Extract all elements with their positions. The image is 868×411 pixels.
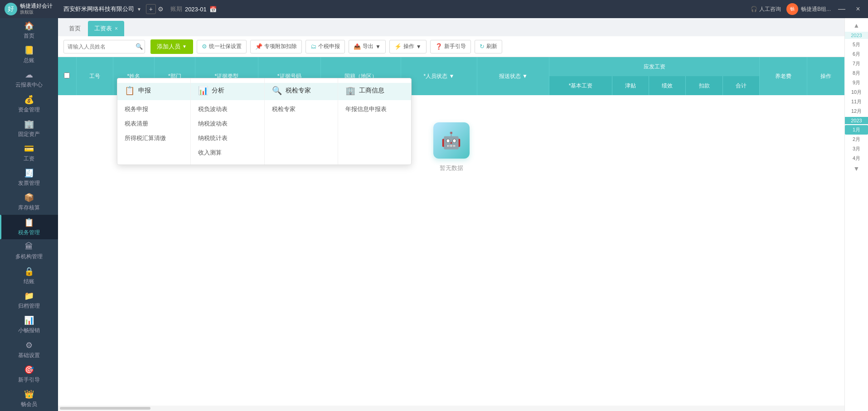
timeline-month-8[interactable]: 8月: [845, 68, 868, 78]
col-action: 操作: [807, 57, 844, 95]
tab-home[interactable]: 首页: [63, 21, 87, 36]
user-area[interactable]: 畅 畅捷通B组...: [786, 3, 831, 15]
sidebar-item-guide[interactable]: 🎯 新手引导: [0, 362, 58, 387]
tab-home-label: 首页: [69, 24, 81, 33]
timeline-month-11[interactable]: 11月: [845, 97, 868, 106]
timeline-next-button[interactable]: ▼: [845, 163, 868, 174]
sidebar-item-fund[interactable]: 💰 资金管理: [0, 92, 58, 116]
export-dropdown-icon: ▼: [375, 44, 381, 50]
timeline-month-9[interactable]: 9月: [845, 78, 868, 87]
guide-button[interactable]: ❓ 新手引导: [430, 40, 471, 53]
add-company-button[interactable]: +: [146, 4, 156, 14]
dropdown-section-declaration: 📋 申报 税务申报 税表清册 所得税汇算清缴: [117, 78, 190, 164]
sidebar-item-inventory[interactable]: 📦 库存核算: [0, 190, 58, 214]
operation-button[interactable]: ⚡ 操作 ▼: [389, 40, 427, 53]
guide-icon: 🎯: [24, 365, 34, 375]
timeline-year-current: 2023: [845, 117, 868, 124]
ledger-icon: 📒: [24, 45, 34, 55]
social-insurance-button[interactable]: ⚙ 统一社保设置: [197, 40, 247, 53]
select-all-checkbox[interactable]: [64, 73, 70, 78]
sidebar-item-ledger[interactable]: 📒 总账: [0, 43, 58, 67]
tab-salary[interactable]: 工资表 ×: [88, 21, 124, 36]
menu-item-income-calc2[interactable]: 收入测算: [191, 145, 264, 160]
scrollbar-thumb[interactable]: [60, 407, 150, 410]
period-area: 账期 2023-01 📅: [170, 5, 217, 13]
tax-dropdown-menu: 📋 申报 税务申报 税表清册 所得税汇算清缴 📊 分析 税负波动表 纳税波动表 …: [117, 78, 412, 165]
sidebar-item-cloud[interactable]: ☁ 云报表中心: [0, 67, 58, 92]
app-sub: 旗舰版: [20, 9, 53, 15]
sidebar-item-report[interactable]: 📊 小畅报销: [0, 313, 58, 337]
horizontal-scrollbar[interactable]: [58, 406, 844, 411]
timeline-month-6[interactable]: 6月: [845, 49, 868, 59]
menu-item-tax-pay-wave[interactable]: 纳税波动表: [191, 116, 264, 131]
tab-close-icon[interactable]: ×: [115, 25, 118, 32]
biz-info-title: 工商信息: [359, 87, 384, 95]
content-area: 首页 工资表 × 🔍 添加人员 ▼ ⚙ 统一社保设置 📌: [58, 18, 844, 411]
menu-item-tax-expert[interactable]: 税检专家: [265, 102, 338, 116]
sidebar-item-tax[interactable]: 📋 税务管理: [0, 215, 58, 239]
col-allowance: 津贴: [612, 76, 649, 95]
service-button[interactable]: 🎧 人工咨询: [751, 5, 781, 13]
sidebar-item-archive[interactable]: 📁 归档管理: [0, 288, 58, 313]
sidebar-item-home[interactable]: 🏠 首页: [0, 18, 58, 43]
empty-text: 暂无数据: [440, 164, 463, 172]
timeline-month-current[interactable]: 1月: [845, 125, 868, 135]
logo-text-area: 畅捷通好会计 旗舰版: [20, 3, 53, 15]
menu-item-income-calc[interactable]: 所得税汇算清缴: [117, 131, 190, 145]
sidebar-item-salary[interactable]: 💳 工资: [0, 141, 58, 165]
timeline-prev-button[interactable]: ▲: [845, 20, 868, 31]
company-name: 西安虾米网络科技有限公司: [63, 5, 134, 13]
analysis-icon: 📊: [198, 86, 208, 96]
company-selector[interactable]: 西安虾米网络科技有限公司 ▼: [59, 5, 146, 13]
timeline-month-10[interactable]: 10月: [845, 87, 868, 97]
search-icon[interactable]: 🔍: [136, 43, 143, 50]
add-person-button[interactable]: 添加人员 ▼: [150, 39, 193, 54]
menu-item-tax-stat[interactable]: 纳税统计表: [191, 131, 264, 145]
timeline-month-5[interactable]: 5月: [845, 40, 868, 49]
window-close-button[interactable]: ×: [853, 4, 863, 15]
timeline-month-3[interactable]: 3月: [845, 144, 868, 154]
sidebar-item-member[interactable]: 👑 畅会员: [0, 387, 58, 411]
right-timeline-panel: ▲ 2023 5月 6月 7月 8月 9月 10月 11月 12月 2023 1…: [844, 18, 868, 411]
timeline-month-7[interactable]: 7月: [845, 59, 868, 68]
sidebar-item-assets[interactable]: 🏢 固定资产: [0, 116, 58, 141]
sidebar-item-multi[interactable]: 🏛 多机构管理: [0, 239, 58, 264]
timeline-month-12[interactable]: 12月: [845, 106, 868, 116]
tax-report-button[interactable]: 🗂 个税申报: [305, 40, 345, 53]
sidebar-label-report: 小畅报销: [18, 327, 40, 334]
col-pension: 养老费: [760, 57, 807, 95]
sidebar-label-cloud: 云报表中心: [15, 81, 43, 89]
service-label: 人工咨询: [759, 5, 781, 13]
sidebar-item-invoice[interactable]: 🧾 发票管理: [0, 165, 58, 190]
guide-btn-icon: ❓: [435, 43, 442, 50]
sidebar-label-tax: 税务管理: [18, 229, 40, 237]
window-minimize-button[interactable]: —: [836, 4, 847, 15]
settings-button[interactable]: ⚙: [156, 4, 166, 14]
menu-item-tax-clear[interactable]: 税表清册: [117, 116, 190, 131]
operation-icon: ⚡: [394, 43, 402, 50]
analysis-title: 分析: [212, 87, 224, 95]
sidebar-item-close[interactable]: 🔒 结账: [0, 264, 58, 288]
status-filter-icon[interactable]: ▼: [449, 73, 454, 79]
timeline-year-2023: 2023: [845, 32, 868, 39]
special-deduction-button[interactable]: 📌 专项附加扣除: [250, 40, 302, 53]
guide-label: 新手引导: [444, 43, 466, 50]
top-right-area: 🎧 人工咨询 畅 畅捷通B组... — ×: [751, 3, 863, 15]
export-button[interactable]: 📤 导出 ▼: [349, 40, 386, 53]
salary-icon: 💳: [24, 144, 34, 154]
timeline-month-4[interactable]: 4月: [845, 154, 868, 163]
refresh-button[interactable]: ↻ 刷新: [475, 40, 502, 53]
sidebar-label-invoice: 发票管理: [18, 179, 40, 187]
add-person-dropdown-icon: ▼: [182, 44, 187, 49]
timeline-month-2[interactable]: 2月: [845, 135, 868, 144]
search-input[interactable]: [68, 44, 136, 50]
user-avatar: 畅: [786, 3, 798, 15]
menu-item-tax-wave[interactable]: 税负波动表: [191, 102, 264, 116]
report-filter-icon[interactable]: ▼: [522, 73, 528, 79]
fund-icon: 💰: [24, 95, 34, 105]
menu-item-tax-declare[interactable]: 税务申报: [117, 102, 190, 116]
menu-item-annual-report[interactable]: 年报信息申报表: [338, 102, 411, 116]
sidebar-item-settings[interactable]: ⚙ 基础设置: [0, 337, 58, 362]
calendar-icon[interactable]: 📅: [209, 6, 217, 13]
assets-icon: 🏢: [24, 119, 34, 129]
